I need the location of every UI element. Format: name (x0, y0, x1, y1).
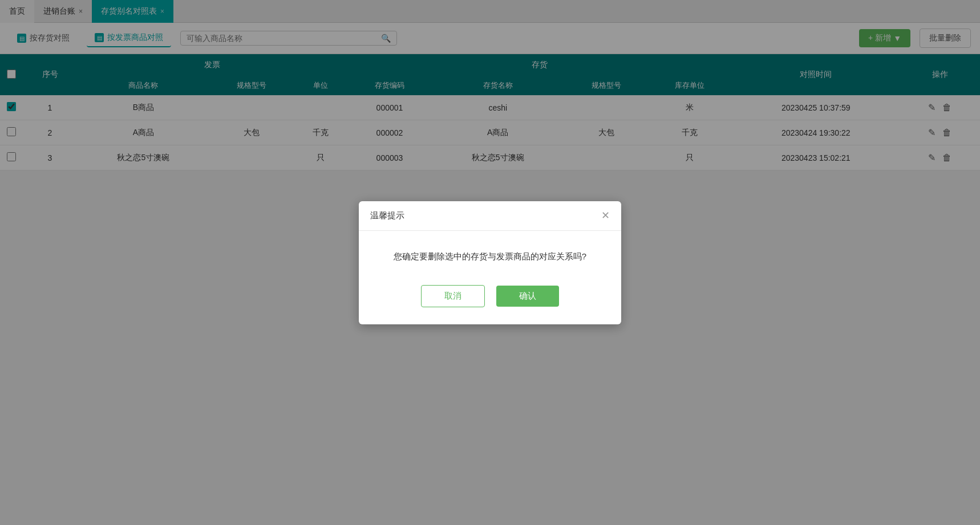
modal-overlay: 温馨提示 ✕ 您确定要删除选中的存货与发票商品的对应关系吗? 取消 确认 (0, 0, 980, 170)
